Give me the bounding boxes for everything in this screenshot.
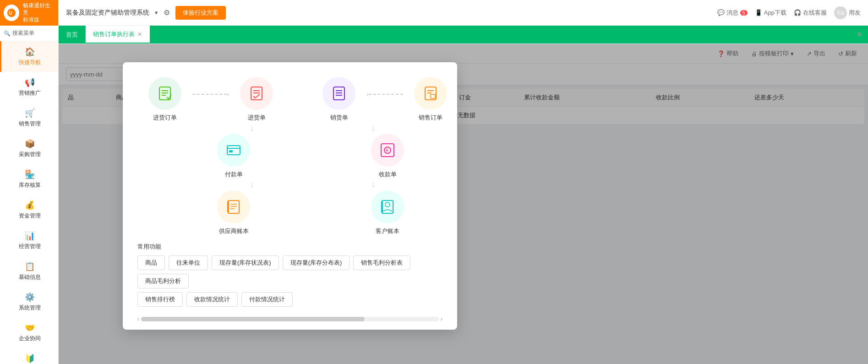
svg-text:U: U — [9, 11, 12, 16]
sidebar-item-quick-nav[interactable]: 🏠 快捷导航 — [0, 41, 58, 72]
online-service-item[interactable]: 🎧 在线客服 — [794, 9, 827, 17]
purchase-icon: 📦 — [25, 139, 35, 149]
scroll-left-btn[interactable]: ‹ — [137, 316, 139, 322]
sidebar-logo: U 畅康通好生意 标准版 — [0, 0, 58, 26]
logo-icon: U — [4, 5, 19, 21]
inventory-icon: 🏪 — [25, 169, 35, 179]
service-icon: 🎧 — [794, 9, 801, 16]
flow-node-supplier-ledger: 供应商账本 — [206, 190, 261, 235]
marketing-icon: 📢 — [25, 77, 35, 87]
common-btn-receipt-stats[interactable]: 收款情况统计 — [186, 292, 238, 307]
customer-ledger-icon — [371, 190, 404, 223]
sidebar-item-guide[interactable]: 🔰 新手引导 — [0, 348, 58, 364]
receipt-bill-icon: ¥ — [371, 134, 404, 167]
svg-rect-27 — [227, 201, 229, 212]
operation-icon: 📊 — [25, 231, 35, 241]
main-area: 装备及固定资产辅助管理系统 ▾ ⚙ 体验行业方案 💬 消息 5 📱 App下载 … — [59, 0, 868, 364]
flow-node-purchase-bill: 进货单 — [229, 77, 284, 122]
sidebar-item-system[interactable]: ⚙️ 系统管理 — [0, 287, 58, 317]
common-btn-stock-status[interactable]: 现存量(库存状况表) — [212, 255, 279, 270]
tab-close-icon[interactable]: ✕ — [137, 31, 142, 38]
sidebar-item-marketing[interactable]: 📢 营销推广 — [0, 72, 58, 103]
sidebar-item-purchase[interactable]: 📦 采购管理 — [0, 133, 58, 164]
svg-text:¥: ¥ — [385, 148, 388, 153]
message-badge: 5 — [740, 10, 748, 16]
content-area: ❓ 帮助 🖨 按模板打印 ▾ ↗ 导出 ↺ 刷新 — [59, 44, 868, 364]
flow-node-sales-bill: 销货单 — [311, 77, 366, 122]
user-item[interactable]: Ea 用友 — [834, 6, 861, 19]
flow-modal: 进货订单 › — [123, 62, 457, 330]
svg-rect-16 — [431, 94, 435, 98]
modal-scrollbar: ‹ › — [137, 316, 442, 322]
flow-node-sales-order: 销售订单 — [403, 77, 458, 122]
home-icon: 🏠 — [25, 47, 35, 57]
tabbar: 首页 销售订单执行表 ✕ ✕ — [59, 26, 868, 44]
common-btn-payment-stats[interactable]: 付款情况统计 — [241, 292, 293, 307]
common-buttons-container: 商品 往来单位 现存量(库存状况表) 现存量(库存分布表) 销售毛利分析表 商品… — [137, 255, 442, 288]
common-btn-partner[interactable]: 往来单位 — [169, 255, 208, 270]
tab-home[interactable]: 首页 — [59, 26, 86, 43]
download-icon: 📱 — [755, 9, 762, 16]
logo-text: 畅康通好生意 标准版 — [23, 2, 55, 24]
svg-rect-30 — [381, 201, 383, 212]
sales-icon: 🛒 — [25, 108, 35, 118]
modal-overlay[interactable]: 进货订单 › — [59, 44, 868, 364]
avatar: Ea — [834, 6, 847, 19]
scroll-right-btn[interactable]: › — [441, 316, 442, 322]
common-btn-product-profit[interactable]: 商品毛利分析 — [137, 274, 189, 288]
common-functions: 常用功能 商品 往来单位 现存量(库存状况表) 现存量(库存分布表) 销售毛利分… — [123, 243, 457, 310]
flow-diagram: 进货订单 › — [123, 62, 457, 243]
svg-point-29 — [385, 202, 390, 207]
topbar: 装备及固定资产辅助管理系统 ▾ ⚙ 体验行业方案 💬 消息 5 📱 App下载 … — [59, 0, 868, 26]
svg-rect-23 — [228, 201, 239, 213]
common-btn-product[interactable]: 商品 — [137, 255, 165, 270]
sidebar-item-sales[interactable]: 🛒 销售管理 — [0, 103, 58, 133]
sidebar-item-operation[interactable]: 📊 经营管理 — [0, 225, 58, 256]
flow-node-customer-ledger: 客户账本 — [360, 190, 415, 235]
common-buttons-row2: 销售排行榜 收款情况统计 付款情况统计 — [137, 292, 442, 307]
enterprise-icon: 🤝 — [25, 323, 35, 333]
sidebar-item-finance[interactable]: 💰 资金管理 — [0, 195, 58, 225]
tab-sales-order-exec[interactable]: 销售订单执行表 ✕ — [86, 26, 150, 43]
basic-icon: 📋 — [25, 261, 35, 272]
sidebar-search[interactable]: 🔍 搜索菜单 — [0, 26, 58, 41]
sales-order-icon — [414, 77, 447, 110]
guide-icon: 🔰 — [25, 353, 35, 364]
flow-node-receipt-bill: ¥ 收款单 — [360, 134, 415, 179]
tab-close-all-btn[interactable]: ✕ — [851, 26, 868, 43]
finance-icon: 💰 — [25, 200, 35, 210]
common-title: 常用功能 — [137, 243, 442, 251]
common-btn-stock-dist[interactable]: 现存量(库存分布表) — [283, 255, 350, 270]
common-btn-sales-rank[interactable]: 销售排行榜 — [137, 292, 183, 307]
chevron-down-icon: ▾ — [155, 9, 158, 16]
topbar-right: 💬 消息 5 📱 App下载 🎧 在线客服 Ea 用友 — [717, 6, 861, 19]
svg-rect-17 — [227, 146, 240, 155]
flow-node-payment-bill: 付款单 — [206, 134, 261, 179]
flow-node-purchase-order: 进货订单 — [137, 77, 192, 122]
settings-icon[interactable]: ⚙ — [164, 8, 170, 17]
svg-rect-19 — [229, 150, 233, 152]
purchase-order-icon — [148, 77, 181, 110]
experience-btn[interactable]: 体验行业方案 — [175, 6, 226, 20]
search-icon: 🔍 — [4, 30, 11, 37]
payment-bill-icon — [217, 134, 250, 167]
sidebar-item-enterprise[interactable]: 🤝 企业协同 — [0, 317, 58, 348]
app-download-item[interactable]: 📱 App下载 — [755, 9, 786, 17]
sidebar-item-basic[interactable]: 📋 基础信息 — [0, 256, 58, 287]
scroll-thumb[interactable] — [141, 317, 365, 321]
common-btn-sales-profit[interactable]: 销售毛利分析表 — [353, 255, 410, 270]
system-dropdown[interactable]: ▾ — [155, 9, 158, 16]
sales-bill-icon — [322, 77, 355, 110]
system-icon: ⚙️ — [25, 292, 35, 302]
sidebar-item-inventory[interactable]: 🏪 库存核算 — [0, 164, 58, 195]
system-title: 装备及固定资产辅助管理系统 — [66, 9, 149, 17]
sidebar: U 畅康通好生意 标准版 🔍 搜索菜单 🏠 快捷导航 📢 营销推广 🛒 销售管理… — [0, 0, 59, 364]
message-icon: 💬 — [717, 9, 725, 16]
supplier-ledger-icon — [217, 190, 250, 223]
purchase-bill-icon — [240, 77, 273, 110]
message-item[interactable]: 💬 消息 5 — [717, 9, 748, 17]
